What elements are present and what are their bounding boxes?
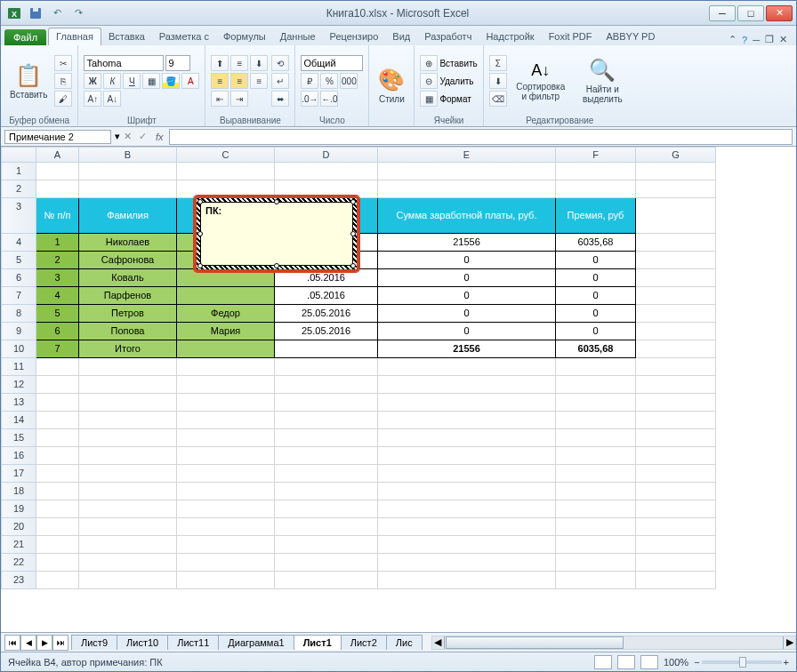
cell[interactable]: [556, 554, 636, 572]
cell[interactable]: [636, 572, 716, 589]
cell[interactable]: [177, 340, 275, 358]
cell[interactable]: 6035,68: [556, 234, 636, 252]
decrease-font-icon[interactable]: A↓: [103, 91, 121, 107]
cell[interactable]: [636, 376, 716, 394]
cell[interactable]: [556, 518, 636, 536]
cell[interactable]: [36, 358, 79, 376]
row-header-13[interactable]: 13: [1, 394, 36, 412]
cell[interactable]: [177, 394, 275, 412]
cell[interactable]: [378, 358, 556, 376]
cell[interactable]: [79, 358, 177, 376]
align-bottom-icon[interactable]: ⬇: [250, 55, 268, 71]
tab-view[interactable]: Вид: [385, 28, 417, 45]
decrease-indent-icon[interactable]: ⇤: [211, 91, 229, 107]
cell[interactable]: 0: [378, 323, 556, 340]
sheet-tab-Лист2[interactable]: Лист2: [341, 635, 387, 650]
cell[interactable]: Коваль: [79, 269, 177, 287]
sheet-tab-Лист9[interactable]: Лист9: [71, 635, 117, 650]
cell[interactable]: [79, 180, 177, 198]
cell[interactable]: Фамилия: [79, 198, 177, 234]
formula-input[interactable]: [169, 129, 793, 145]
merge-icon[interactable]: ⬌: [271, 91, 289, 107]
redo-icon[interactable]: ↷: [68, 4, 88, 22]
cell[interactable]: [378, 483, 556, 500]
cell[interactable]: [556, 483, 636, 500]
page-layout-view-icon[interactable]: [617, 655, 635, 669]
tab-addins[interactable]: Надстройк: [479, 28, 541, 45]
cell[interactable]: [556, 358, 636, 376]
cell[interactable]: [79, 394, 177, 412]
enter-icon[interactable]: ✓: [135, 131, 150, 142]
cell[interactable]: [275, 554, 378, 572]
cell[interactable]: [378, 572, 556, 589]
orientation-icon[interactable]: ⟲: [271, 55, 289, 71]
cell[interactable]: 1: [36, 234, 79, 252]
close-button[interactable]: ✕: [766, 5, 793, 21]
cell[interactable]: 0: [556, 252, 636, 269]
cell[interactable]: [275, 358, 378, 376]
row-header-17[interactable]: 17: [1, 465, 36, 483]
row-header-9[interactable]: 9: [1, 323, 36, 340]
cell[interactable]: 6: [36, 323, 79, 340]
cell[interactable]: [275, 394, 378, 412]
zoom-in-icon[interactable]: +: [784, 657, 789, 668]
increase-indent-icon[interactable]: ⇥: [230, 91, 248, 107]
cell[interactable]: [36, 483, 79, 500]
insert-cells-icon[interactable]: ⊕: [420, 55, 438, 71]
cell[interactable]: [177, 500, 275, 518]
column-header-E[interactable]: E: [378, 147, 556, 163]
cell[interactable]: [636, 252, 716, 269]
align-top-icon[interactable]: ⬆: [211, 55, 229, 71]
sheet-tab-Лис[interactable]: Лис: [386, 635, 423, 650]
sheet-tab-Лист10[interactable]: Лист10: [117, 635, 168, 650]
cell[interactable]: [79, 465, 177, 483]
row-header-6[interactable]: 6: [1, 269, 36, 287]
row-header-11[interactable]: 11: [1, 358, 36, 376]
cell[interactable]: [636, 198, 716, 234]
cell[interactable]: [378, 394, 556, 412]
cell[interactable]: 25.05.2016: [275, 305, 378, 323]
row-header-10[interactable]: 10: [1, 340, 36, 358]
column-header-D[interactable]: D: [275, 147, 378, 163]
align-center-icon[interactable]: ≡: [230, 73, 248, 89]
cell[interactable]: [556, 394, 636, 412]
cell[interactable]: 6035,68: [556, 340, 636, 358]
cell[interactable]: 5: [36, 305, 79, 323]
cell[interactable]: [177, 376, 275, 394]
cell[interactable]: 0: [378, 305, 556, 323]
tab-home[interactable]: Главная: [48, 28, 101, 45]
cell[interactable]: [636, 287, 716, 305]
cell[interactable]: [378, 465, 556, 483]
align-middle-icon[interactable]: ≡: [230, 55, 248, 71]
tab-data[interactable]: Данные: [273, 28, 323, 45]
cell[interactable]: № п/п: [36, 198, 79, 234]
cell[interactable]: [177, 412, 275, 429]
cell[interactable]: [79, 412, 177, 429]
font-name-select[interactable]: [84, 55, 164, 71]
cell[interactable]: [556, 412, 636, 429]
row-header-1[interactable]: 1: [1, 163, 36, 180]
cut-icon[interactable]: ✂: [54, 55, 72, 71]
column-header-C[interactable]: C: [177, 147, 275, 163]
tab-formulas[interactable]: Формулы: [216, 28, 273, 45]
cell[interactable]: [177, 358, 275, 376]
cell[interactable]: [79, 536, 177, 554]
cell[interactable]: [636, 429, 716, 447]
sheet-nav-first-icon[interactable]: ⏮: [4, 635, 20, 651]
cell[interactable]: 0: [378, 269, 556, 287]
bold-button[interactable]: Ж: [84, 73, 101, 89]
cell[interactable]: [636, 358, 716, 376]
row-header-4[interactable]: 4: [1, 234, 36, 252]
tab-insert[interactable]: Вставка: [101, 28, 152, 45]
cell[interactable]: [79, 483, 177, 500]
cell[interactable]: [636, 180, 716, 198]
cell[interactable]: [556, 500, 636, 518]
percent-icon[interactable]: %: [320, 73, 338, 89]
cancel-icon[interactable]: ✕: [120, 131, 135, 142]
cell[interactable]: [378, 376, 556, 394]
cell[interactable]: Итого: [79, 340, 177, 358]
underline-button[interactable]: Ч: [123, 73, 141, 89]
row-header-19[interactable]: 19: [1, 500, 36, 518]
cell[interactable]: [79, 163, 177, 180]
cell[interactable]: [556, 572, 636, 589]
